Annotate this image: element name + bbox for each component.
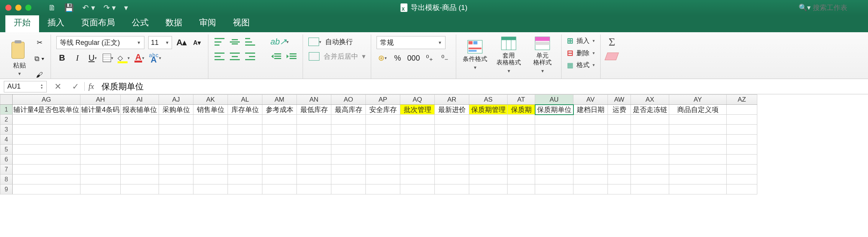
cell-AH9[interactable] [80,184,121,194]
cell-AY3[interactable] [669,125,727,135]
cell-AM6[interactable] [262,155,297,165]
cell-AX4[interactable] [631,135,669,145]
format-cells-button[interactable]: ▦格式▾ [567,61,595,69]
cell-AV7[interactable] [573,165,608,174]
underline-button[interactable]: U▾ [87,52,98,64]
clear-button[interactable] [606,51,617,62]
cell-AU5[interactable] [535,145,573,155]
cell-AG1[interactable]: 辅计量4是否包装单位 [13,105,80,115]
cell-AZ3[interactable] [727,125,757,135]
cell-AI2[interactable] [121,115,159,125]
cell-AO2[interactable] [331,115,366,125]
cell-AS4[interactable] [469,135,508,145]
tab-review[interactable]: 审阅 [191,13,224,32]
cell-AG3[interactable] [13,125,80,135]
cell-AV9[interactable] [573,184,608,194]
cell-AI9[interactable] [121,184,159,194]
cell-AG7[interactable] [13,165,80,174]
tab-formulas[interactable]: 公式 [123,13,157,32]
cell-AK6[interactable] [193,155,228,165]
cell-AO7[interactable] [331,165,366,174]
cell-AL4[interactable] [228,135,262,145]
format-painter-button[interactable]: 🖌 [34,69,45,81]
cell-AP2[interactable] [366,115,400,125]
minimize-icon[interactable] [15,5,21,11]
font-name-combo[interactable]: 等线 Regular (正文)▼ [56,36,144,49]
cell-AN4[interactable] [297,135,331,145]
italic-button[interactable]: I [72,52,83,64]
cell-AN7[interactable] [297,165,331,174]
cell-AN9[interactable] [297,184,331,194]
column-header-AV[interactable]: AV [573,95,608,105]
cell-AK5[interactable] [193,145,228,155]
close-icon[interactable] [5,5,11,11]
cell-AV1[interactable]: 建档日期 [573,105,608,115]
cell-AY6[interactable] [669,155,727,165]
number-format-combo[interactable]: 常规▼ [377,36,445,49]
cell-AK1[interactable]: 销售单位 [193,105,228,115]
cell-AH5[interactable] [80,145,121,155]
cell-AJ5[interactable] [159,145,193,155]
save-icon[interactable]: 💾 [64,3,74,12]
cell-AZ1[interactable] [727,105,757,115]
cell-AW1[interactable]: 运费 [608,105,631,115]
cell-AW9[interactable] [608,184,631,194]
cell-AT9[interactable] [508,184,535,194]
cell-AM4[interactable] [262,135,297,145]
cell-AG2[interactable] [13,115,80,125]
cell-AQ1[interactable]: 批次管理 [400,105,435,115]
cell-AL9[interactable] [228,184,262,194]
cell-AZ9[interactable] [727,184,757,194]
cut-button[interactable]: ✂ [34,37,45,48]
cell-AU7[interactable] [535,165,573,174]
cell-AO5[interactable] [331,145,366,155]
column-header-AN[interactable]: AN [297,95,331,105]
tab-layout[interactable]: 页面布局 [73,13,123,32]
column-header-AP[interactable]: AP [366,95,400,105]
cell-AL6[interactable] [228,155,262,165]
cell-AV2[interactable] [573,115,608,125]
cell-AY7[interactable] [669,165,727,174]
qat-more-icon[interactable]: ▾ [124,3,128,12]
cell-AR2[interactable] [435,115,469,125]
decrease-decimal-button[interactable]: ⁰₋ [439,52,450,64]
column-header-AY[interactable]: AY [669,95,727,105]
cell-AM8[interactable] [262,174,297,184]
cell-AU1[interactable]: 保质期单位 [535,105,573,115]
cell-AZ4[interactable] [727,135,757,145]
merge-center-button[interactable] [308,51,320,62]
cell-AO4[interactable] [331,135,366,145]
cell-AL8[interactable] [228,174,262,184]
cell-AV5[interactable] [573,145,608,155]
cell-AG6[interactable] [13,155,80,165]
cell-AW3[interactable] [608,125,631,135]
cell-AK3[interactable] [193,125,228,135]
align-bottom-button[interactable] [244,36,256,48]
cell-AV3[interactable] [573,125,608,135]
align-left-button[interactable] [214,51,225,62]
cell-AR6[interactable] [435,155,469,165]
column-header-AS[interactable]: AS [469,95,508,105]
cell-AJ7[interactable] [159,165,193,174]
cell-AS7[interactable] [469,165,508,174]
cell-AQ3[interactable] [400,125,435,135]
wrap-text-button[interactable]: ▾ [308,36,321,48]
cell-AH8[interactable] [80,174,121,184]
cell-AY8[interactable] [669,174,727,184]
orientation-button[interactable]: ab↗▾ [270,36,289,48]
cell-AU2[interactable] [535,115,573,125]
shrink-font-button[interactable]: A▾ [191,37,203,48]
cell-AK4[interactable] [193,135,228,145]
column-header-AU[interactable]: AU [535,95,573,105]
tab-home[interactable]: 开始 [5,13,39,32]
cell-AM7[interactable] [262,165,297,174]
cell-AP3[interactable] [366,125,400,135]
conditional-format-button[interactable]: 条件格式▼ [462,40,488,71]
column-header-AH[interactable]: AH [80,95,121,105]
increase-indent-button[interactable] [286,51,297,62]
cell-AO1[interactable]: 最高库存 [331,105,366,115]
column-header-AW[interactable]: AW [608,95,631,105]
cell-AT7[interactable] [508,165,535,174]
row-header-2[interactable]: 2 [0,115,13,125]
cell-AV4[interactable] [573,135,608,145]
